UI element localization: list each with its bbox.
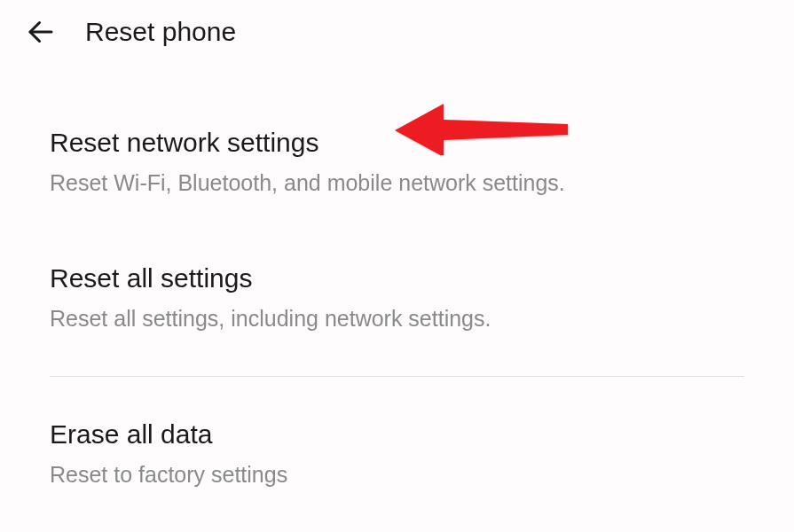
- setting-erase-all[interactable]: Erase all data Reset to factory settings: [50, 377, 744, 512]
- settings-content: Reset network settings Reset Wi-Fi, Blue…: [0, 64, 794, 512]
- setting-subtitle: Reset to factory settings: [50, 462, 744, 488]
- setting-title: Reset network settings: [50, 128, 744, 158]
- setting-subtitle: Reset Wi-Fi, Bluetooth, and mobile netwo…: [50, 170, 744, 196]
- page-title: Reset phone: [85, 17, 236, 47]
- header: Reset phone: [0, 0, 794, 64]
- setting-subtitle: Reset all settings, including network se…: [50, 306, 744, 332]
- setting-title: Reset all settings: [50, 263, 744, 293]
- setting-reset-all[interactable]: Reset all settings Reset all settings, i…: [50, 221, 744, 356]
- back-arrow-icon[interactable]: [25, 16, 57, 48]
- setting-title: Erase all data: [50, 419, 744, 450]
- setting-reset-network[interactable]: Reset network settings Reset Wi-Fi, Blue…: [50, 64, 744, 221]
